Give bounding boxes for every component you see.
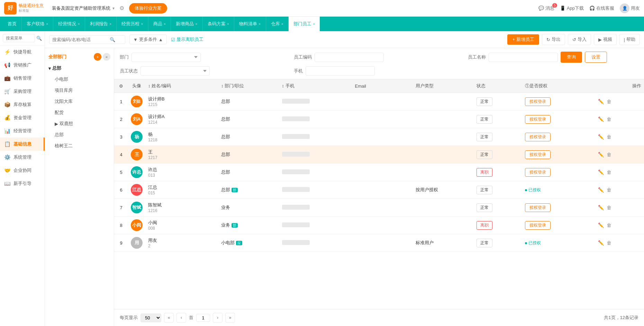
help-button[interactable]: | 帮助	[619, 34, 640, 45]
auth-btn[interactable]: 授权登录	[525, 221, 551, 230]
sidebar-item-inventory[interactable]: 📦 库存核算	[0, 98, 45, 111]
sidebar-item-quick-nav[interactable]: ⚡ 快捷导航	[0, 45, 45, 59]
delete-icon[interactable]: 🗑	[607, 99, 611, 104]
last-page-btn[interactable]: »	[225, 313, 235, 323]
delete-icon[interactable]: 🗑	[607, 152, 611, 157]
auth-btn[interactable]: 授权登录	[525, 133, 551, 141]
emp-status-select[interactable]	[140, 66, 210, 76]
export-button[interactable]: ↻ 导出	[542, 34, 565, 45]
sidebar-item-finance[interactable]: 💰 资金管理	[0, 111, 45, 124]
app-download-btn[interactable]: 📱 App下载	[560, 5, 584, 11]
edit-icon[interactable]: ✏️	[598, 169, 604, 175]
first-page-btn[interactable]: «	[164, 313, 174, 323]
edit-icon[interactable]: ✏️	[598, 205, 604, 210]
dept-item-warehouse[interactable]: 项目库房	[45, 85, 114, 96]
delete-icon[interactable]: 🗑	[607, 240, 611, 246]
edit-icon[interactable]: ✏️	[598, 240, 604, 246]
tab-profit[interactable]: 利润报告 ×	[85, 17, 117, 31]
page-size-select[interactable]: 50 100 200	[140, 314, 161, 322]
tab-operations[interactable]: 经营情况 ×	[53, 17, 85, 31]
title-arrow-icon[interactable]: ▾	[112, 6, 115, 11]
close-icon[interactable]: ×	[141, 22, 143, 26]
sidebar-search-input[interactable]	[3, 34, 35, 42]
dept-item-headquarter-parent[interactable]: ▾ 总部	[45, 63, 114, 74]
emp-name-input[interactable]	[489, 53, 558, 62]
sidebar-item-basic-info[interactable]: 📋 基础信息	[0, 138, 45, 151]
tab-warehouse[interactable]: 仓库 ×	[266, 17, 289, 31]
delete-icon[interactable]: 🗑	[607, 134, 611, 140]
tab-customer[interactable]: 客户联络 ×	[22, 17, 53, 31]
add-employee-button[interactable]: + 新增员工	[507, 34, 539, 45]
close-icon[interactable]: ×	[313, 22, 315, 26]
close-icon[interactable]: ×	[164, 22, 166, 26]
close-icon[interactable]: ×	[195, 22, 197, 26]
dept-add-icon[interactable]: +	[94, 53, 101, 61]
next-page-btn[interactable]: ›	[213, 313, 223, 323]
message-btn[interactable]: 💬 消息 5	[538, 5, 554, 11]
import-button[interactable]: ↺ 导入	[568, 34, 591, 45]
delete-icon[interactable]: 🗑	[607, 116, 611, 122]
settings-icon[interactable]: ⚙	[119, 5, 124, 11]
tab-barcode[interactable]: 条码方案 ×	[203, 17, 234, 31]
tab-history[interactable]: 经营历程 ×	[117, 17, 148, 31]
close-icon[interactable]: ×	[46, 22, 48, 26]
more-filters-btn[interactable]: ▼ 更多条件 ▲	[129, 35, 167, 44]
edit-icon[interactable]: ✏️	[598, 116, 604, 122]
query-button[interactable]: 查询	[561, 52, 582, 63]
auth-btn[interactable]: 授权登录	[525, 115, 551, 124]
edit-icon[interactable]: ✏️	[598, 222, 604, 228]
sidebar-item-collab[interactable]: 🤝 企业协同	[0, 164, 45, 177]
trial-button[interactable]: 体验行业方案	[129, 3, 167, 14]
tab-new-goods[interactable]: 新增商品 ×	[171, 17, 202, 31]
search-input[interactable]	[52, 37, 108, 42]
dept-item-electronics[interactable]: 小电部	[45, 74, 114, 85]
close-icon[interactable]: ×	[109, 22, 111, 26]
sidebar-item-ops[interactable]: 📊 经营管理	[0, 124, 45, 138]
prev-page-btn[interactable]: ‹	[176, 313, 186, 323]
auth-btn[interactable]: 授权登录	[525, 168, 551, 177]
close-icon[interactable]: ×	[281, 22, 283, 26]
th-dept[interactable]: ↕ 部门/职位	[218, 79, 279, 93]
edit-icon[interactable]: ✏️	[598, 187, 604, 193]
page-number-input[interactable]	[196, 314, 210, 322]
edit-icon[interactable]: ✏️	[598, 99, 604, 104]
delete-icon[interactable]: 🗑	[607, 205, 611, 210]
delete-icon[interactable]: 🗑	[607, 169, 611, 175]
close-icon[interactable]: ×	[78, 22, 80, 26]
close-icon[interactable]: ×	[227, 22, 229, 26]
emp-code-input[interactable]	[315, 53, 384, 62]
dept-item-hq[interactable]: 总部	[45, 129, 114, 140]
online-service-btn[interactable]: 🎧 在线客服	[589, 5, 614, 11]
delete-icon[interactable]: 🗑	[607, 187, 611, 193]
auth-btn[interactable]: 授权登录	[525, 97, 551, 106]
sidebar-item-sales[interactable]: 💼 销售管理	[0, 72, 45, 85]
dept-item-zhishu[interactable]: 植树王二	[45, 140, 114, 151]
edit-icon[interactable]: ✏️	[598, 152, 604, 157]
tab-home[interactable]: 首页	[3, 17, 22, 31]
dept-item-shuanglu[interactable]: ▶ 双鹿想	[45, 118, 114, 129]
user-menu[interactable]: 👤 用友	[620, 3, 640, 13]
tab-bom[interactable]: 物料清单 ×	[234, 17, 266, 31]
sidebar-item-marketing[interactable]: 📢 营销推广	[0, 59, 45, 72]
dept-item-distribution[interactable]: 配货	[45, 107, 114, 118]
sidebar-item-system[interactable]: ⚙️ 系统管理	[0, 151, 45, 164]
set-button[interactable]: 设置	[585, 52, 607, 63]
dept-item-shenyang[interactable]: 沈阳大库	[45, 96, 114, 107]
th-phone[interactable]: ↕ 手机	[279, 79, 352, 93]
edit-icon[interactable]: ✏️	[598, 134, 604, 140]
all-dept-label[interactable]: 全部部门	[48, 54, 92, 60]
sidebar-item-guide[interactable]: 📖 新手引导	[0, 177, 45, 190]
delete-icon[interactable]: 🗑	[607, 222, 611, 228]
auth-btn[interactable]: 授权登录	[525, 203, 551, 212]
th-name[interactable]: ↕ 姓名/编码	[145, 79, 218, 93]
sidebar-item-purchase[interactable]: 🛒 采购管理	[0, 85, 45, 98]
tab-goods[interactable]: 商品 ×	[148, 17, 171, 31]
phone-input[interactable]	[306, 66, 375, 76]
close-icon[interactable]: ×	[258, 22, 261, 26]
dept-collapse-icon[interactable]: «	[103, 53, 110, 61]
dept-filter-select[interactable]	[131, 53, 201, 62]
tab-dept-staff[interactable]: 部门员工 ×	[289, 17, 320, 31]
auth-btn[interactable]: 授权登录	[525, 150, 551, 159]
show-resigned-checkbox[interactable]: ☑ 显示离职员工	[171, 36, 203, 43]
view-button[interactable]: ▶ 视频	[594, 34, 617, 45]
